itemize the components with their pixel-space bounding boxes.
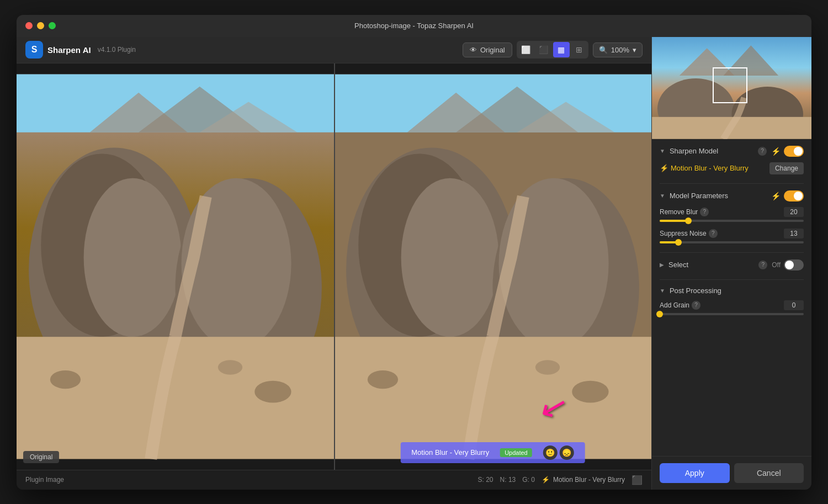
svg-point-14 [218,360,242,375]
original-view-button[interactable]: 👁 Original [463,43,512,57]
zoom-control[interactable]: 🔍 100% ▾ [593,43,643,57]
right-panel: ▼ Sharpen Model ? ⚡ ⚡ Motion Blur - Very… [651,37,811,490]
add-grain-thumb[interactable] [656,311,663,317]
svg-point-12 [50,370,81,388]
post-processing-header: ▼ Post Processing [660,287,804,295]
remove-blur-fill [660,220,688,222]
suppress-noise-thumb[interactable] [675,239,682,246]
select-help-icon[interactable]: ? [758,261,767,269]
compare-view-button[interactable]: ⊞ [571,42,587,57]
model-params-bolt-icon: ⚡ [771,192,781,200]
traffic-lights [25,22,56,29]
status-model-name: Motion Blur - Very Blurry [553,476,625,484]
add-grain-slider[interactable] [660,313,804,315]
plugin-image-label: Plugin Image [25,476,64,484]
sharpen-model-title: Sharpen Model [670,147,753,155]
select-collapse-icon[interactable]: ▶ [660,262,664,268]
svg-point-8 [84,178,182,337]
maximize-button[interactable] [49,22,56,29]
processed-image-panel: ↙ Motion Blur - Very Blurry Updated 🙂 😞 [334,63,651,470]
suppress-noise-help-icon[interactable]: ? [709,229,718,238]
s-metric: S: 20 [478,476,493,484]
view-controls: 👁 Original ⬜ ⬛ ▦ ⊞ 🔍 100% ▾ [463,41,643,59]
feedback-icons: 🙂 😞 [543,445,574,460]
remove-blur-help-icon[interactable]: ? [700,208,709,216]
view-icon-group: ⬜ ⬛ ▦ ⊞ [517,41,588,59]
sharpen-model-help-icon[interactable]: ? [758,147,767,156]
updated-badge: Updated [500,448,532,457]
select-title: Select [668,261,754,269]
post-processing-collapse-icon[interactable]: ▼ [660,288,665,294]
status-metrics: S: 20 N: 13 G: 0 ⚡ Motion Blur - Very Bl… [478,475,643,485]
original-label: Original [480,46,505,54]
split-h-view-button[interactable]: ⬛ [535,42,552,57]
cancel-button[interactable]: Cancel [734,463,804,483]
thumbnail-area [652,37,811,139]
svg-point-13 [254,380,291,402]
divider-1 [660,183,804,184]
add-grain-help-icon[interactable]: ? [692,301,700,310]
preview-model-label: Motion Blur - Very Blurry [411,448,489,457]
settings-panel: ▼ Sharpen Model ? ⚡ ⚡ Motion Blur - Very… [652,139,811,456]
app-window: Photoshop-image - Topaz Sharpen AI S Sha… [17,15,811,490]
select-toggle[interactable] [784,259,804,270]
add-grain-label-row: Add Grain ? 0 [660,300,804,310]
apply-button[interactable]: Apply [660,463,730,483]
zoom-icon: 🔍 [599,46,608,54]
select-status: Off [772,261,781,269]
suppress-noise-label: Suppress Noise ? [660,229,718,238]
sharpen-model-section: ▼ Sharpen Model ? ⚡ ⚡ Motion Blur - Very… [660,146,804,174]
svg-point-27 [572,380,608,402]
add-grain-label: Add Grain ? [660,301,700,310]
thumbs-down-icon[interactable]: 😞 [560,445,574,460]
sharpen-model-collapse-icon[interactable]: ▼ [660,148,665,154]
thumbs-up-icon[interactable]: 🙂 [543,445,558,460]
select-header: ▶ Select ? Off [660,259,804,270]
suppress-noise-slider[interactable] [660,241,804,243]
app-name: Sharpen AI [47,45,91,55]
minimize-button[interactable] [37,22,44,29]
zoom-chevron-icon: ▾ [633,46,636,54]
divider-2 [660,252,804,253]
model-info-row: ⚡ Motion Blur - Very Blurry Change [660,162,804,174]
model-params-toggle-container: ⚡ [771,190,804,201]
zoom-level: 100% [611,46,629,54]
remove-blur-thumb[interactable] [685,217,692,224]
screen-icon: ⬛ [631,475,643,485]
sharpen-model-toggle[interactable] [784,146,804,157]
original-image-panel: Original [17,63,334,470]
remove-blur-label-row: Remove Blur ? 20 [660,207,804,217]
image-divider [334,63,335,470]
model-name-label: ⚡ Motion Blur - Very Blurry [660,164,749,172]
original-image-label: Original [23,451,59,463]
g-metric: G: 0 [522,476,535,484]
single-view-button[interactable]: ⬜ [518,42,534,57]
thumbnail-viewport[interactable] [713,67,748,103]
close-button[interactable] [25,22,33,29]
model-params-toggle[interactable] [784,190,804,201]
bolt-icon: ⚡ [542,476,550,484]
select-toggle-area: Off [772,259,804,270]
suppress-noise-value: 13 [784,229,804,238]
status-bar: Plugin Image S: 20 N: 13 G: 0 [17,470,651,490]
change-model-button[interactable]: Change [769,162,804,174]
divider-3 [660,279,804,280]
app-version: v4.1.0 Plugin [98,46,136,54]
remove-blur-slider[interactable] [660,220,804,222]
add-grain-value: 0 [784,300,804,310]
model-parameters-section: ▼ Model Parameters ⚡ Remove Blur ? [660,190,804,243]
logo-letter: S [31,45,38,55]
select-section: ▶ Select ? Off [660,259,804,270]
image-area: Original [17,63,651,470]
remove-blur-param: Remove Blur ? 20 [660,207,804,222]
bottom-buttons: Apply Cancel [652,456,811,490]
split-v-view-button[interactable]: ▦ [553,42,570,57]
suppress-noise-param: Suppress Noise ? 13 [660,229,804,243]
status-model-indicator: ⚡ Motion Blur - Very Blurry [542,476,625,484]
model-params-collapse-icon[interactable]: ▼ [660,193,665,199]
model-bolt-icon: ⚡ [660,164,668,172]
model-parameters-title: Model Parameters [670,192,767,200]
eye-icon: 👁 [470,46,477,54]
sharpen-model-toggle-container: ⚡ [771,146,804,157]
remove-blur-value: 20 [784,207,804,217]
